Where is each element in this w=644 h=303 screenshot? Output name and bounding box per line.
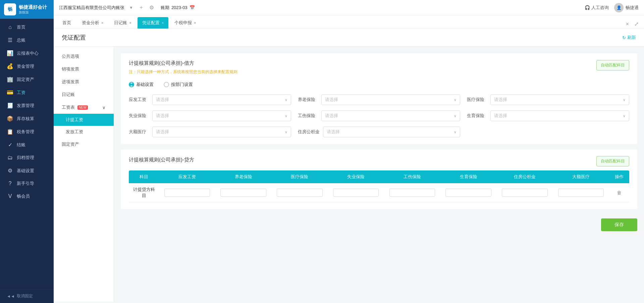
sidebar-item-reports[interactable]: 📊 云报表中心 <box>0 47 54 60</box>
company-settings-button[interactable]: ⚙ <box>149 4 154 11</box>
tab-funds[interactable]: 资金分析 × <box>77 17 108 29</box>
pension-input[interactable] <box>220 189 266 197</box>
tab-home[interactable]: 首页 <box>58 17 76 29</box>
label-pension: 养老保险 <box>298 97 318 103</box>
topbar: 江西服宝精品有限责任公司内账张 ▼ ＋ ⚙ 账期 2023-03 📅 🎧 人工咨… <box>54 0 644 15</box>
refresh-icon: ↻ <box>622 35 626 40</box>
radio-group: 基础设置 按部门设置 <box>129 82 629 88</box>
sidebar-item-guide[interactable]: ? 新手引导 <box>0 177 54 190</box>
credit-table: 科目 应发工资 养老保险 医疗保险 失业保险 工伤保险 生育保险 住房公积金 大… <box>129 170 629 202</box>
sidebar-item-archive[interactable]: 🗂 归档管理 <box>0 151 54 164</box>
housing-input[interactable] <box>502 189 548 197</box>
sidebar-item-tax[interactable]: 📋 税务管理 <box>0 125 54 138</box>
tab-close-journal[interactable]: × <box>129 21 131 25</box>
company-name: 江西服宝精品有限责任公司内账张 <box>59 5 124 11</box>
member-icon: V <box>7 193 13 199</box>
page-title: 凭证配置 <box>62 34 86 42</box>
content-wrapper: 公共选项 销项发票 进项发票 日记账 工资表 NEW ∨ 计提工资 发放工资 固… <box>54 47 644 302</box>
radio-basic[interactable]: 基础设置 <box>129 82 154 88</box>
form-row-unemployment: 失业保险 请选择 ∨ <box>129 110 291 121</box>
credit-auto-match-button[interactable]: 自动匹配科目 <box>596 156 629 166</box>
expand-tab-button[interactable]: ⤢ <box>633 19 640 29</box>
content-area: 凭证配置 ↻ 刷新 公共选项 销项发票 进项发票 日记账 工资表 NEW ∨ <box>54 29 644 303</box>
archive-icon: 🗂 <box>7 155 13 161</box>
housing-cell <box>497 185 553 200</box>
tabs-right: × ⤢ <box>625 19 640 29</box>
sidebar-item-member[interactable]: V 畅会员 <box>0 190 54 203</box>
add-company-button[interactable]: ＋ <box>137 4 145 11</box>
select-unemployment[interactable]: 请选择 ∨ <box>152 110 291 121</box>
col-major-medical: 大额医疗 <box>553 170 609 183</box>
menu-item-journal[interactable]: 日记账 <box>54 88 114 101</box>
sidebar-item-salary[interactable]: 💳 工资 <box>0 86 54 99</box>
select-injury[interactable]: 请选择 ∨ <box>321 110 460 121</box>
save-button[interactable]: 保存 <box>601 218 637 231</box>
select-gross-salary[interactable]: 请选择 ∨ <box>152 94 291 105</box>
injury-input[interactable] <box>389 189 435 197</box>
sidebar-item-inventory[interactable]: 📦 库存核算 <box>0 112 54 125</box>
sidebar-item-funds[interactable]: 💰 资金管理 <box>0 60 54 73</box>
menu-item-common[interactable]: 公共选项 <box>54 50 114 63</box>
select-maternity[interactable]: 请选择 ∨ <box>490 110 629 121</box>
unemployment-input[interactable] <box>333 189 379 197</box>
logo-icon: 畅 <box>4 3 16 15</box>
sidebar-item-invoice[interactable]: 🧾 发票管理 <box>0 99 54 112</box>
chevron-down-icon: ∨ <box>285 114 287 118</box>
ledger-icon: ☰ <box>7 37 13 43</box>
tab-tax[interactable]: 个税申报 × <box>170 17 201 29</box>
tab-close-funds[interactable]: × <box>101 21 103 25</box>
service-button[interactable]: 🎧 人工咨询 <box>585 5 609 11</box>
menu-item-sales[interactable]: 销项发票 <box>54 63 114 75</box>
radio-dept-circle <box>164 82 169 87</box>
tab-close-voucher[interactable]: × <box>162 21 164 25</box>
user-menu[interactable]: 👤 畅捷通 <box>614 3 639 12</box>
menu-subitem-pay-salary[interactable]: 发放工资 <box>54 126 114 138</box>
maternity-input[interactable] <box>445 189 491 197</box>
radio-dept[interactable]: 按部门设置 <box>164 82 193 88</box>
headset-icon: 🎧 <box>585 5 590 10</box>
refresh-button[interactable]: ↻ 刷新 <box>622 35 636 41</box>
col-medical: 医疗保险 <box>272 170 328 183</box>
sidebar-item-assets[interactable]: 🏢 固定资产 <box>0 73 54 86</box>
select-housing-fund[interactable]: 请选择 ∨ <box>323 127 460 137</box>
close-tab-button[interactable]: × <box>625 20 630 29</box>
col-injury: 工伤保险 <box>384 170 440 183</box>
medical-input[interactable] <box>277 189 323 197</box>
col-subject: 科目 <box>129 170 159 183</box>
gross-cell <box>159 185 215 200</box>
company-dropdown[interactable]: ▼ <box>129 5 133 10</box>
major-medical-input[interactable] <box>558 189 604 197</box>
select-medical[interactable]: 请选择 ∨ <box>490 94 629 105</box>
delete-row-button[interactable]: 🗑 <box>617 190 622 195</box>
debit-section-title: 计提核算规则(公司承担)-借方 <box>129 60 237 66</box>
tab-voucher[interactable]: 凭证配置 × <box>138 17 168 29</box>
sidebar-item-close[interactable]: ✓ 结账 <box>0 138 54 151</box>
select-pension[interactable]: 请选择 ∨ <box>321 94 460 105</box>
menu-subitem-calc-salary[interactable]: 计提工资 <box>54 114 114 126</box>
debit-auto-match-button[interactable]: 自动匹配科目 <box>596 60 629 70</box>
debit-section-note: 注：只能选择一种方式，系统将按照您当前的选择来配置规则 <box>129 69 237 75</box>
tab-close-tax[interactable]: × <box>194 21 196 25</box>
assets-icon: 🏢 <box>7 76 13 83</box>
footer-area: 保存 <box>121 214 637 221</box>
sidebar-item-ledger[interactable]: ☰ 总账 <box>0 34 54 47</box>
menu-item-purchase[interactable]: 进项发票 <box>54 75 114 88</box>
tab-journal[interactable]: 日记账 × <box>109 17 136 29</box>
reports-icon: 📊 <box>7 50 13 56</box>
cancel-pin-button[interactable]: ◄◄ 取消固定 <box>0 289 54 303</box>
select-major-medical[interactable]: 请选择 ∨ <box>152 127 291 137</box>
salary-icon: 💳 <box>7 89 13 96</box>
label-unemployment: 失业保险 <box>129 113 149 119</box>
major-medical-cell <box>553 185 609 200</box>
sidebar-item-home[interactable]: ⌂ 首页 <box>0 21 54 34</box>
chevron-down-icon: ∨ <box>454 98 457 102</box>
col-action: 操作 <box>609 170 629 183</box>
calendar-icon[interactable]: 📅 <box>190 5 195 10</box>
col-housing: 住房公积金 <box>497 170 553 183</box>
sidebar-item-settings[interactable]: ⚙ 基础设置 <box>0 164 54 177</box>
gross-input[interactable] <box>164 189 210 197</box>
label-gross-salary: 应发工资 <box>129 97 149 103</box>
menu-item-fixed-assets[interactable]: 固定资产 <box>54 138 114 151</box>
debit-form-grid: 应发工资 请选择 ∨ 养老保险 请选择 ∨ <box>129 94 629 137</box>
menu-group-salary-table[interactable]: 工资表 NEW ∨ <box>54 101 114 114</box>
